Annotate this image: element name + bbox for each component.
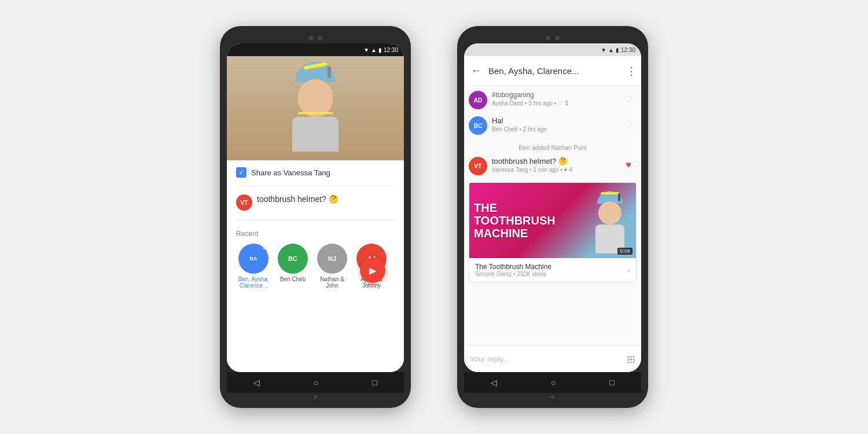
home-nav-1[interactable]: ○: [314, 378, 318, 387]
signal-icon: ▲: [371, 47, 377, 53]
featured-sender: Vanessa Tang: [492, 167, 528, 173]
heart-btn-0[interactable]: ♡: [620, 91, 637, 107]
camera-dot-1: [308, 36, 313, 41]
nav-bar-1: ◁ ○ □: [227, 372, 404, 393]
msg-likes-0: 3: [565, 100, 568, 106]
more-button[interactable]: ⋮: [626, 65, 637, 78]
featured-msg-content: toothbrush helmet? 🤔 Vanessa Tang • 2 mi…: [492, 157, 616, 173]
phone-1: ▼ ▲ ▮ 12:30: [220, 26, 411, 408]
status-icons-1: ▼ ▲ ▮ 12:30: [363, 47, 398, 53]
phone-dot-1: [314, 395, 317, 399]
contact-item-0[interactable]: BA 8 Ben, Aysha, Clarence...: [236, 244, 271, 289]
message-avatar: VT: [236, 194, 252, 211]
featured-msg-text: toothbrush helmet? 🤔: [492, 157, 616, 165]
signal-icon-2: ▲: [608, 47, 614, 53]
camera-dot-2: [546, 36, 550, 41]
speaker-2: [555, 36, 560, 41]
battery-icon: ▮: [378, 47, 382, 53]
recents-nav-1[interactable]: □: [372, 378, 377, 387]
msg-content-0: #tobogganing Aysha Dand • 3 hrs ago • ♡ …: [492, 91, 616, 106]
status-icons-2: ▼ ▲ ▮ 12:30: [601, 47, 635, 53]
recent-label: Recent: [236, 230, 395, 238]
msg-text-0: #tobogganing: [492, 91, 596, 99]
featured-likes: 4: [569, 167, 572, 173]
message-preview-text: toothbrush helmet? 🤔: [257, 194, 339, 204]
msg-meta-1: Ben Cheb • 2 hrs ago: [492, 126, 616, 133]
back-nav-2[interactable]: ◁: [491, 378, 497, 387]
system-msg: Ben added Nathan Punt: [469, 142, 637, 153]
featured-msg-avatar-inner: VT: [469, 157, 487, 175]
message-row-1: BC Ha! Ben Cheb • 2 hrs ago ♡: [469, 116, 637, 135]
contact-item-1[interactable]: BC Ben Cheb: [275, 244, 310, 289]
msg-avatar-0: AD: [469, 91, 487, 109]
status-bar-1: ▼ ▲ ▮ 12:30: [227, 43, 404, 56]
nav-bar-2: ◁ ○ □: [464, 372, 641, 393]
time-2: 12:30: [621, 47, 635, 53]
msg-avatar-1: BC: [469, 116, 487, 135]
msg-content-1: Ha! Ben Cheb • 2 hrs ago: [492, 116, 616, 133]
video-info-text: The Toothbrush Machine Simone Giertz • 2…: [475, 263, 551, 277]
wifi-icon: ▼: [363, 47, 369, 53]
video-title-text: THE TOOTHBRUSH MACHINE: [474, 201, 556, 240]
video-title-label: The Toothbrush Machine: [475, 263, 551, 271]
msg-text-1: Ha!: [492, 116, 616, 125]
featured-likes-icon: ♥: [564, 167, 568, 173]
fab-area: ▶: [236, 289, 395, 318]
message-row-0: AD #tobogganing Aysha Dand • 3 hrs ago •…: [469, 91, 637, 109]
recents-nav-2[interactable]: □: [609, 378, 614, 387]
heart-btn-1[interactable]: ♡: [620, 116, 637, 133]
conv-header: ← Ben, Aysha, Clarence... ⋮: [464, 56, 641, 86]
home-nav-2[interactable]: ○: [551, 378, 556, 387]
contact-name-4: Stace Alejan...: [393, 276, 395, 289]
msg-avatar-inner-0: AD: [469, 91, 487, 109]
contact-name-0: Ben, Aysha, Clarence...: [236, 276, 271, 289]
thumb-head: [598, 201, 621, 225]
contact-avatar-0: BA 8: [238, 244, 269, 274]
reply-input[interactable]: Your reply...: [470, 355, 622, 363]
featured-time: 2 min ago: [534, 167, 559, 173]
toothbrush-line1: THE: [474, 201, 556, 214]
contact-avatar-2: NJ: [317, 244, 347, 274]
share-as-checkbox[interactable]: ✓: [236, 167, 247, 178]
share-as-label: Share as Vanessa Tang: [251, 168, 330, 177]
message-avatar-inner: VT: [236, 194, 252, 211]
time-1: 12:30: [384, 47, 398, 53]
wifi-icon-2: ▼: [601, 47, 606, 53]
toothbrush-line2: TOOTHBRUSH: [474, 214, 556, 227]
contact-name-2: Nathan & John: [315, 276, 350, 289]
speaker-1: [318, 36, 322, 41]
video-info: The Toothbrush Machine Simone Giertz • 2…: [469, 258, 636, 282]
reply-icon[interactable]: ⊞: [627, 353, 635, 366]
msg-meta-0: Aysha Dand • 3 hrs ago • ♡ 3: [492, 100, 616, 106]
video-thumb: THE TOOTHBRUSH MACHINE 0:08: [469, 183, 636, 258]
msg-sender-0: Aysha Dand: [492, 100, 523, 106]
send-fab[interactable]: ▶: [360, 258, 385, 283]
featured-msg-avatar: VT: [469, 157, 487, 175]
contact-item-4[interactable]: SA Stace Alejan...: [393, 244, 395, 289]
back-button[interactable]: ←: [469, 62, 484, 79]
contact-item-2[interactable]: NJ Nathan & John: [315, 244, 350, 289]
chevron-right-icon[interactable]: ›: [627, 265, 630, 275]
message-preview: VT toothbrush helmet? 🤔: [236, 194, 395, 220]
video-duration: 0:08: [617, 248, 632, 255]
share-as-row[interactable]: ✓ Share as Vanessa Tang: [236, 167, 395, 186]
contact-avatar-1: BC: [278, 244, 308, 274]
msg-time-0: 3 hrs ago: [528, 100, 553, 106]
contact-avatar-inner-1: BC: [278, 244, 308, 274]
face-1: [298, 79, 333, 117]
phone-2: ▼ ▲ ▮ 12:30 ← Ben, Aysha, Clarence... ⋮ …: [457, 26, 648, 408]
phone-top-2: [464, 33, 641, 43]
back-nav-1[interactable]: ◁: [253, 378, 260, 387]
conv-title: Ben, Aysha, Clarence...: [488, 66, 621, 76]
badge-0: 8: [259, 244, 269, 253]
video-person-1: [227, 56, 404, 160]
featured-msg-meta: Vanessa Tang • 2 min ago • ♥ 4: [492, 167, 616, 173]
heart-btn-featured[interactable]: ♥: [620, 157, 637, 173]
phone-dot-2: [551, 395, 554, 399]
video-card[interactable]: THE TOOTHBRUSH MACHINE 0:08: [469, 182, 637, 282]
msg-likes-icon-0: ♡: [558, 100, 563, 106]
video-sub-label: Simone Giertz • 292K views: [475, 271, 551, 277]
share-panel: ✓ Share as Vanessa Tang VT toothbrush he…: [227, 160, 404, 372]
battery-icon-2: ▮: [616, 47, 619, 53]
reply-bar: Your reply... ⊞: [464, 345, 641, 372]
